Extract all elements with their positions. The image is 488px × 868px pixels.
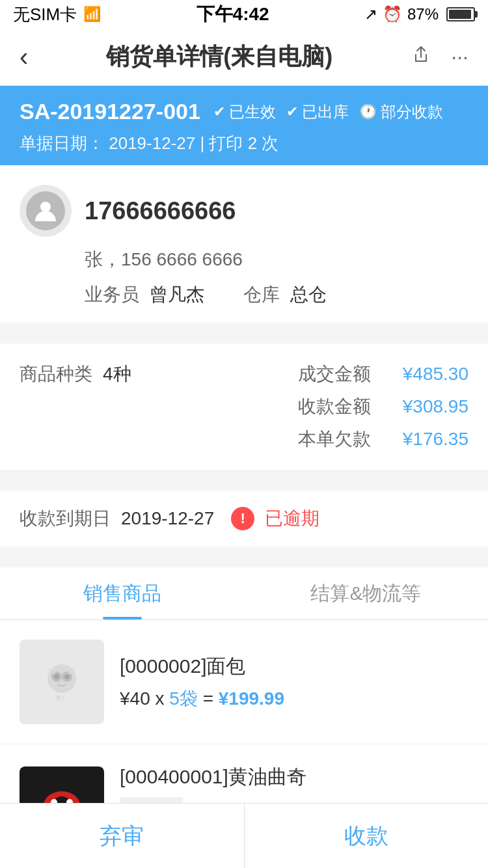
customer-row: 17666666666	[20, 185, 468, 237]
status-right: ↗ ⏰ 87%	[364, 5, 475, 23]
checkmark-icon-2: ✔	[286, 103, 298, 120]
staff-name: 曾凡杰	[150, 284, 204, 305]
customer-meta: 业务员 曾凡杰 仓库 总仓	[85, 282, 468, 307]
battery-text: 87%	[407, 5, 439, 23]
svg-text:鱼+: 鱼+	[55, 694, 66, 701]
battery-icon	[446, 7, 475, 21]
summary-left: 商品种类 4种	[20, 362, 131, 387]
deal-amount-label: 成交金额	[298, 362, 371, 387]
product-x-0: x	[156, 688, 170, 709]
product-image-0: 鱼+	[20, 640, 104, 724]
time-display: 下午4:42	[197, 2, 269, 27]
due-date-section: 收款到期日 2019-12-27 ! 已逾期	[0, 491, 488, 547]
product-unit-price-0: ¥40	[120, 688, 150, 709]
order-date: 2019-12-27	[109, 133, 195, 153]
warehouse-label: 仓库	[243, 284, 280, 305]
product-total-0: ¥199.99	[219, 688, 284, 709]
status-label-3: 部分收款	[381, 102, 443, 122]
divider-1	[0, 333, 488, 344]
status-label-1: 已生效	[229, 102, 276, 122]
product-types-label: 商品种类	[20, 362, 92, 387]
product-thumb-0: 鱼+	[20, 640, 104, 724]
due-date-label: 收款到期日	[20, 506, 111, 531]
customer-id: 17666666666	[85, 197, 236, 225]
status-badge-2: ✔ 已出库	[286, 102, 349, 122]
collected-value: ¥308.95	[384, 396, 468, 417]
overdue-icon: !	[231, 507, 254, 530]
status-badge-1: ✔ 已生效	[213, 102, 276, 122]
avatar	[20, 185, 72, 237]
avatar-inner	[26, 191, 65, 230]
due-value: ¥176.35	[384, 429, 468, 450]
nav-actions: ···	[411, 44, 468, 70]
alarm-icon: ⏰	[383, 5, 402, 23]
more-button[interactable]: ···	[451, 45, 468, 69]
list-item: 鱼+ [0000002]面包 ¥40 x 5袋 = ¥199.99	[0, 620, 488, 744]
checkmark-icon-1: ✔	[213, 103, 225, 120]
svg-point-5	[64, 674, 70, 679]
status-badge-3: 🕐 部分收款	[359, 102, 443, 122]
tab-label-0: 销售商品	[83, 580, 161, 607]
product-name-1: [000400001]黄油曲奇	[120, 764, 468, 791]
product-name-0: [0000002]面包	[120, 653, 468, 680]
confirm-button[interactable]: 收款	[245, 804, 489, 868]
divider-3	[0, 557, 488, 567]
customer-section: 17666666666 张，156 6666 6666 业务员 曾凡杰 仓库 总…	[0, 165, 488, 323]
print-info: | 打印 2 次	[200, 133, 278, 153]
product-types-value: 4种	[103, 362, 131, 387]
divider-2	[0, 480, 488, 491]
page-title: 销货单详情(来自电脑)	[106, 41, 332, 73]
header-banner: SA-20191227-001 ✔ 已生效 ✔ 已出库 🕐 部分收款 单据日期：…	[0, 86, 488, 165]
customer-name: 张，156 6666 6666	[85, 247, 468, 272]
due-label: 本单欠款	[298, 427, 371, 452]
due-date-value: 2019-12-27	[121, 508, 214, 529]
warehouse-name: 总仓	[290, 284, 327, 305]
tab-label-1: 结算&物流等	[310, 580, 421, 607]
product-price-0: ¥40 x 5袋 = ¥199.99	[120, 686, 468, 711]
deal-amount-value: ¥485.30	[384, 364, 468, 385]
overdue-text: 已逾期	[265, 506, 319, 531]
svg-point-0	[40, 202, 51, 212]
product-info-0: [0000002]面包 ¥40 x 5袋 = ¥199.99	[120, 653, 468, 711]
staff-label: 业务员	[85, 284, 139, 305]
tabs-section: 销售商品 结算&物流等	[0, 567, 488, 620]
nav-bar: ‹ 销货单详情(来自电脑) ···	[0, 29, 488, 86]
order-id: SA-20191227-001	[20, 99, 200, 124]
back-button[interactable]: ‹	[20, 42, 28, 72]
product-eq-0: =	[203, 688, 219, 709]
status-bar: 无SIM卡 📶 下午4:42 ↗ ⏰ 87%	[0, 0, 488, 29]
due-row: 本单欠款 ¥176.35	[298, 427, 468, 452]
carrier-text: 无SIM卡	[13, 3, 77, 26]
collected-label: 收款金额	[298, 394, 371, 419]
status-label-2: 已出库	[302, 102, 349, 122]
staff-item: 业务员 曾凡杰	[85, 282, 204, 307]
clock-icon: 🕐	[359, 103, 377, 120]
date-label: 单据日期：	[20, 133, 104, 153]
wifi-icon: 📶	[83, 6, 101, 23]
location-icon: ↗	[364, 5, 377, 23]
bottom-bar: 弃审 收款	[0, 803, 488, 868]
summary-section: 商品种类 4种 成交金额 ¥485.30 收款金额 ¥308.95 本单欠款 ¥…	[0, 344, 488, 470]
tab-sales-products[interactable]: 销售商品	[0, 567, 244, 619]
header-row2: 单据日期： 2019-12-27 | 打印 2 次	[20, 132, 468, 155]
warehouse-item: 仓库 总仓	[243, 282, 327, 307]
product-qty-0: 5袋	[169, 688, 198, 709]
status-badges: ✔ 已生效 ✔ 已出库 🕐 部分收款	[213, 102, 443, 122]
tabs-row: 销售商品 结算&物流等	[0, 567, 488, 619]
share-button[interactable]	[411, 44, 431, 70]
summary-right: 成交金额 ¥485.30 收款金额 ¥308.95 本单欠款 ¥176.35	[298, 362, 468, 452]
collected-row: 收款金额 ¥308.95	[298, 394, 468, 419]
status-left: 无SIM卡 📶	[13, 3, 101, 26]
deal-amount-row: 成交金额 ¥485.30	[298, 362, 468, 387]
header-row1: SA-20191227-001 ✔ 已生效 ✔ 已出库 🕐 部分收款	[20, 99, 468, 124]
cancel-button[interactable]: 弃审	[0, 804, 245, 868]
svg-point-4	[54, 674, 59, 679]
tab-settlement[interactable]: 结算&物流等	[244, 567, 488, 619]
